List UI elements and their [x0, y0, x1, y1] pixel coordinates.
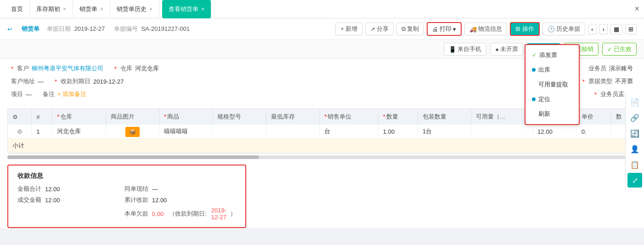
arrears-value: 0.00 — [152, 211, 164, 217]
row-gear[interactable]: ⚙ — [8, 125, 32, 139]
share-button[interactable]: ↗ 分享 — [365, 23, 394, 35]
operation-dropdown: ✓ 添发票 出库 可用量提取 定位 刷新 — [525, 44, 580, 125]
locate-label: 定位 — [538, 95, 550, 103]
print-button[interactable]: 🖨 打印 ▾ — [427, 22, 462, 36]
col-quantity: 数量 — [378, 109, 418, 125]
truck-icon: 🚚 — [469, 26, 477, 33]
subtotal-row: 小计 — [8, 139, 636, 153]
dropdown-refresh[interactable]: 刷新 — [525, 107, 579, 121]
add-invoice-icon: ✓ — [532, 52, 537, 58]
next-button[interactable]: › — [599, 24, 608, 34]
grid1-button[interactable]: ▦ — [610, 24, 622, 34]
right-panel: 📄 🔗 🔄 👤 📋 ⤢ — [625, 92, 644, 190]
print-icon: 🖨 — [432, 26, 438, 33]
doc-type: 销货单 — [22, 25, 40, 33]
table-row: ⚙ 1 河北仓库 📦 嘻嘻嘻嘻 台 1.00 1台 12.00 0. — [8, 125, 636, 139]
operation-button[interactable]: ⊞ 操作 — [510, 22, 540, 36]
tab-inventory[interactable]: 库存期初 × — [30, 0, 73, 18]
dropdown-add-invoice[interactable]: ✓ 添发票 — [525, 48, 579, 63]
tab-home[interactable]: 首页 — [5, 0, 30, 18]
ticket-required: * — [582, 78, 585, 85]
logistics-button[interactable]: 🚚 物流信息 — [464, 23, 507, 35]
payment-date-required: * — [55, 78, 57, 85]
project-label: 项目 — [11, 90, 23, 98]
transaction-label: 成交金额 — [17, 196, 41, 204]
col-pack: 包装数量 — [418, 109, 471, 125]
print-dropdown-arrow[interactable]: ▾ — [453, 26, 456, 33]
arrears-date: 2019-12-27 — [211, 207, 226, 221]
row-warehouse: 河北仓库 — [52, 125, 106, 139]
address-label: 客户地址 — [11, 77, 35, 85]
staff2-label: 业务员孟 — [600, 90, 624, 98]
dropdown-outbound[interactable]: 出库 — [525, 63, 579, 77]
row-image: 📦 — [106, 125, 159, 139]
tab-history[interactable]: 销货单历史 × — [110, 0, 159, 18]
ticket-value: 不开票 — [615, 77, 633, 85]
tab-home-label: 首页 — [11, 5, 23, 13]
scroll-thumb[interactable] — [7, 155, 259, 159]
row-min-stock — [266, 125, 319, 139]
phone-button[interactable]: 📱 来自手机 — [444, 43, 486, 56]
transaction-row: 成交金额 12.00 — [17, 196, 106, 204]
prev-button[interactable]: ‹ — [588, 24, 596, 34]
settlement-value: — — [152, 186, 158, 193]
col-price: 单价 — [576, 109, 611, 125]
date-label: 单据日期 — [47, 25, 71, 32]
customer-value[interactable]: 柳州粤港平安气体有限公司 — [32, 64, 103, 73]
warehouse-value: 河北仓库 — [135, 64, 159, 73]
ticket-type-field: * 票据类型 不开票 — [582, 77, 633, 85]
grid2-button[interactable]: ⊞ — [625, 24, 637, 34]
ticket-label: 票据类型 — [588, 77, 612, 85]
payment-right: 同单现结 — 累计收款 12.00 本单欠款 0.00 （收款到期日: 2019… — [124, 185, 236, 221]
tab-bar: 首页 库存期初 × 销货单 × 销货单历史 × 查看销货单 × × — [0, 0, 644, 18]
row-quantity: 1.00 — [378, 125, 418, 139]
staff2-required: * — [594, 91, 597, 98]
grid-icon: ⊞ — [515, 25, 520, 32]
scroll-bar[interactable] — [7, 155, 637, 159]
side-icon-user[interactable]: 👤 — [627, 142, 642, 156]
window-close-btn[interactable]: × — [634, 4, 639, 14]
side-icon-link[interactable]: 🔗 — [627, 110, 642, 125]
side-icon-expand[interactable]: ⤢ — [627, 173, 642, 188]
tab-sales-close[interactable]: × — [100, 6, 103, 12]
doc-meta: 单据日期 2019-12-27 单据编号 SA-20191227-001 — [47, 25, 195, 33]
amount-label: 金额合计 — [17, 185, 41, 193]
outbound-label: 出库 — [538, 66, 550, 74]
col-image: 商品图片 — [106, 109, 159, 125]
settlement-label: 同单现结 — [124, 185, 148, 193]
number-label: 单据编号 — [114, 25, 138, 32]
arrears-row: 本单欠款 0.00 （收款到期日: 2019-12-27 ） — [124, 207, 236, 221]
toolbar: + 新增 ↗ 分享 ⧉ 复制 🖨 打印 ▾ 🚚 物流信息 ⊞ 操作 — [335, 22, 637, 36]
side-icon-refresh[interactable]: 🔄 — [627, 126, 642, 141]
add-note-button[interactable]: + 添加备注 — [57, 90, 86, 98]
effective-button[interactable]: ✓ 已生效 — [602, 43, 637, 56]
settlement-row: 同单现结 — — [124, 185, 236, 193]
history-button[interactable]: 🕐 历史单据 — [542, 23, 585, 35]
row-available — [471, 125, 533, 139]
tab-inventory-close[interactable]: × — [63, 6, 66, 12]
dropdown-locate[interactable]: 定位 — [525, 92, 579, 107]
row-index: 1 — [32, 125, 52, 139]
new-button[interactable]: + 新增 — [335, 23, 362, 35]
col-index: # — [32, 109, 52, 125]
dropdown-available-qty[interactable]: 可用量提取 — [525, 77, 579, 92]
arrears-note2: ） — [230, 210, 236, 218]
project-value: — — [26, 91, 32, 98]
staff-field: 业务员 演示账号 — [588, 64, 633, 73]
side-icon-doc[interactable]: 📄 — [627, 95, 642, 109]
payment-title: 收款信息 — [17, 172, 236, 180]
col-unit: 销售单位 — [320, 109, 378, 125]
invoice-status-button[interactable]: ● 未开票 — [490, 43, 523, 56]
tab-view-sales-close[interactable]: × — [201, 6, 204, 12]
tab-history-close[interactable]: × — [149, 6, 153, 12]
share-icon: ↗ — [370, 26, 375, 33]
col-gear: ⚙ — [8, 109, 32, 125]
payment-info-box: 收款信息 金额合计 12.00 成交金额 12.00 同单现结 — 累计收款 — [7, 165, 246, 228]
customer-required: * — [11, 65, 13, 72]
number-value: SA-20191227-001 — [141, 25, 190, 32]
tab-sales[interactable]: 销货单 × — [73, 0, 110, 18]
copy-button[interactable]: ⧉ 复制 — [396, 23, 424, 35]
side-icon-list[interactable]: 📋 — [627, 157, 642, 172]
tab-history-label: 销货单历史 — [117, 5, 147, 13]
tab-view-sales[interactable]: 查看销货单 × — [162, 0, 211, 18]
